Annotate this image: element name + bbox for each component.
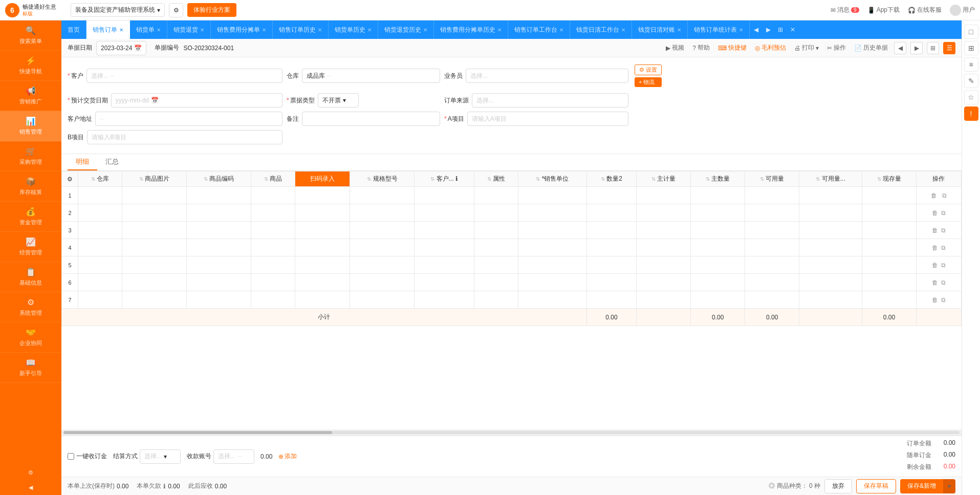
tab-prev-button[interactable]: ◀ [750, 20, 762, 39]
help-button[interactable]: ? 帮助 [690, 42, 712, 53]
row-attribute-1[interactable] [474, 187, 518, 204]
right-panel-icon-6[interactable]: ! [964, 106, 978, 121]
warehouse-input[interactable]: 成品库 ··· [302, 69, 440, 83]
copy-row-icon[interactable]: ⧉ [941, 209, 946, 217]
save-new-button[interactable]: 保存&新增 [900, 479, 943, 493]
copy-row-icon[interactable]: ⧉ [941, 296, 946, 304]
delete-row-icon[interactable]: 🗑 [932, 262, 938, 269]
print-button[interactable]: 🖨 打印 ▾ [792, 42, 821, 53]
right-panel-icon-3[interactable]: ≡ [964, 57, 978, 72]
delete-row-icon[interactable]: 🗑 [932, 279, 938, 286]
message-button[interactable]: ✉ 消息 9 [831, 6, 859, 14]
th-product-code[interactable]: ⇅ 商品编码 [187, 171, 251, 187]
tab-sales-order-history[interactable]: 销售订单历史 ✕ [273, 20, 329, 39]
customer-address-input[interactable]: ··· [95, 112, 282, 126]
sidebar-item-inventory[interactable]: 📦 库存核算 [0, 171, 61, 202]
sidebar-item-search[interactable]: 🔍 搜索菜单 [0, 20, 61, 51]
row-main-qty-1[interactable] [691, 187, 745, 204]
row-code-1[interactable] [187, 187, 251, 204]
list-view-button[interactable]: ☰ [943, 42, 955, 54]
delete-row-icon[interactable]: 🗑 [932, 296, 938, 304]
setup-button[interactable]: ⚙ 设置 [635, 64, 662, 75]
account-select[interactable]: 选择... ··· [213, 449, 254, 464]
copy-row-icon[interactable]: ⧉ [941, 227, 946, 234]
tab-close-icon[interactable]: ✕ [423, 27, 427, 33]
remarks-input[interactable] [302, 112, 440, 126]
tab-close-icon[interactable]: ✕ [119, 27, 123, 33]
tab-invoice-history[interactable]: 销货单历史 ✕ [329, 20, 378, 39]
th-current[interactable]: ⇅ 现存量 [862, 171, 916, 187]
th-product-image[interactable]: ⇅ 商品图片 [122, 171, 187, 187]
row-action-1[interactable]: 🗑 ⧉ [916, 187, 961, 204]
tab-close-icon[interactable]: ✕ [318, 27, 322, 33]
th-available[interactable]: ⇅ 可用量 [745, 171, 799, 187]
copy-row-icon[interactable]: ⧉ [941, 244, 946, 251]
one-click-checkbox-label[interactable]: 一键收订金 [68, 452, 107, 461]
invoice-select[interactable]: 不开票 ▾ [318, 93, 359, 107]
grid-view-button[interactable]: ⊞ [927, 42, 939, 54]
next-record-button[interactable]: ▶ [910, 42, 923, 54]
industry-button[interactable]: 体验行业方案 [187, 3, 236, 17]
save-new-arrow-button[interactable]: ▾ [943, 479, 955, 493]
tab-order-workbench[interactable]: 销售订单工作台 ✕ [508, 20, 570, 39]
tab-daily-workbench[interactable]: 钱货日清工作台 ✕ [570, 20, 632, 39]
th-product[interactable]: ⇅ 商品 [251, 171, 295, 187]
sidebar-item-nav[interactable]: ⚡ 快捷导航 [0, 51, 61, 81]
tab-close-all-button[interactable]: ✕ [787, 20, 799, 39]
sidebar-item-base-info[interactable]: 📋 基础信息 [0, 262, 61, 292]
tab-return-history[interactable]: 销货退货历史 ✕ [378, 20, 434, 39]
app-download-link[interactable]: 📱 App下载 [867, 6, 900, 14]
row-available-1[interactable] [745, 187, 799, 204]
row-main-unit-1[interactable] [637, 187, 691, 204]
shortcut-button[interactable]: ⌨ 快捷键 [716, 42, 749, 53]
sidebar-item-operations[interactable]: 📈 经营管理 [0, 232, 61, 262]
sidebar-collapse-button[interactable]: ◀ [0, 480, 61, 495]
tab-next-button[interactable]: ▶ [762, 20, 774, 39]
copy-row-icon[interactable]: ⧉ [941, 262, 946, 269]
row-image-1[interactable] [122, 187, 187, 204]
row-qty2-1[interactable] [586, 187, 636, 204]
delivery-date-input[interactable]: yyyy-mm-dd 📅 [111, 93, 282, 107]
th-main-unit[interactable]: ⇅ 主计量 [637, 171, 691, 187]
sidebar-item-guide[interactable]: 📖 新手引导 [0, 353, 61, 383]
discard-button[interactable]: 放弃 [824, 479, 852, 493]
add-item-button[interactable]: + 物流 [635, 77, 662, 87]
delete-row-icon[interactable]: 🗑 [932, 227, 938, 234]
sidebar-item-enterprise[interactable]: 🤝 企业协同 [0, 322, 61, 353]
system-selector[interactable]: 装备及固定资产辅助管理系统 ▾ [71, 3, 165, 17]
sidebar-item-marketing[interactable]: 📢 营销推广 [0, 81, 61, 111]
tab-home[interactable]: 首页 [61, 20, 86, 39]
sidebar-item-finance[interactable]: 💰 资金管理 [0, 202, 61, 232]
right-panel-icon-1[interactable]: □ [964, 25, 978, 39]
payment-method-select[interactable]: 选择... ▾ [140, 449, 181, 464]
tab-expand-button[interactable]: ⊞ [774, 20, 787, 39]
sidebar-item-purchase[interactable]: 🛒 采购管理 [0, 141, 61, 171]
sidebar-item-system[interactable]: ⚙ 系统管理 [0, 292, 61, 322]
tab-sales-invoice[interactable]: 销货单 ✕ [130, 20, 167, 39]
tab-sales-order[interactable]: 销售订单 ✕ [86, 20, 130, 39]
tab-close-icon[interactable]: ✕ [621, 27, 625, 33]
row-customer-code-1[interactable] [415, 187, 474, 204]
th-available2[interactable]: ⇅ 可用量... [799, 171, 862, 187]
tab-daily-reconciliation[interactable]: 钱货日清对账 ✕ [632, 20, 688, 39]
tab-close-icon[interactable]: ✕ [262, 27, 266, 33]
th-main-qty[interactable]: ⇅ 主数量 [691, 171, 745, 187]
user-menu[interactable]: 用户 [950, 5, 975, 16]
row-available2-1[interactable] [799, 187, 862, 204]
scroll-thumb[interactable] [63, 431, 332, 434]
delete-row-icon[interactable]: 🗑 [931, 192, 937, 199]
tab-close-icon[interactable]: ✕ [677, 27, 681, 33]
customer-input[interactable]: 选择... ··· [86, 69, 282, 83]
tab-close-icon[interactable]: ✕ [157, 27, 161, 33]
row-scan-1[interactable] [295, 187, 350, 204]
tab-summary[interactable]: 汇总 [97, 154, 127, 170]
right-panel-icon-4[interactable]: ✎ [964, 74, 978, 88]
copy-row-icon[interactable]: ⧉ [941, 279, 946, 286]
right-panel-icon-2[interactable]: ⊞ [964, 41, 978, 55]
tab-detail[interactable]: 明细 [68, 154, 97, 170]
agent-input[interactable]: 选择... [466, 69, 628, 83]
delete-row-icon[interactable]: 🗑 [932, 244, 938, 251]
copy-row-icon[interactable]: ⧉ [942, 192, 947, 199]
date-input[interactable]: 2023-03-24 📅 [96, 41, 146, 55]
tab-sales-fee[interactable]: 销售费用分摊单 ✕ [211, 20, 273, 39]
